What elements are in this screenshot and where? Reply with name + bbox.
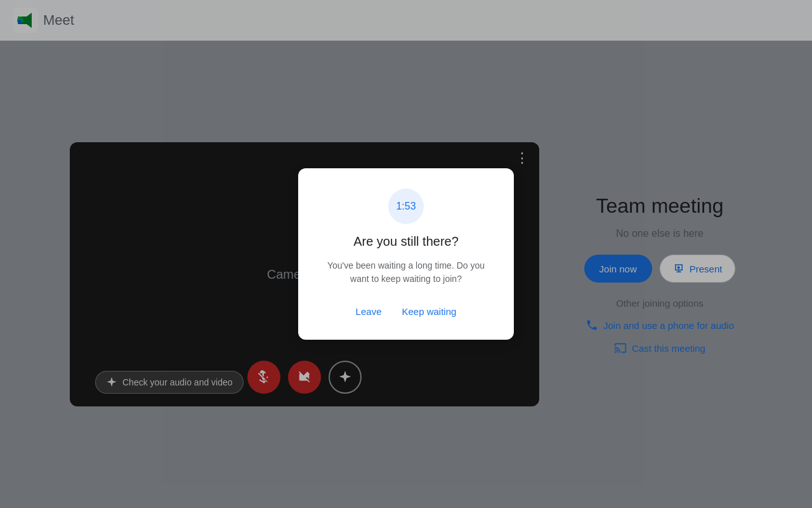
dialog-actions: Leave Keep waiting: [353, 301, 459, 322]
dialog-body: You've been waiting a long time. Do you …: [324, 259, 488, 286]
keep-waiting-button[interactable]: Keep waiting: [399, 301, 459, 322]
dialog-title: Are you still there?: [353, 234, 459, 249]
still-there-dialog: 1:53 Are you still there? You've been wa…: [298, 168, 514, 340]
countdown-timer: 1:53: [388, 189, 424, 224]
leave-button[interactable]: Leave: [353, 301, 384, 322]
dialog-overlay: 1:53 Are you still there? You've been wa…: [0, 0, 812, 508]
